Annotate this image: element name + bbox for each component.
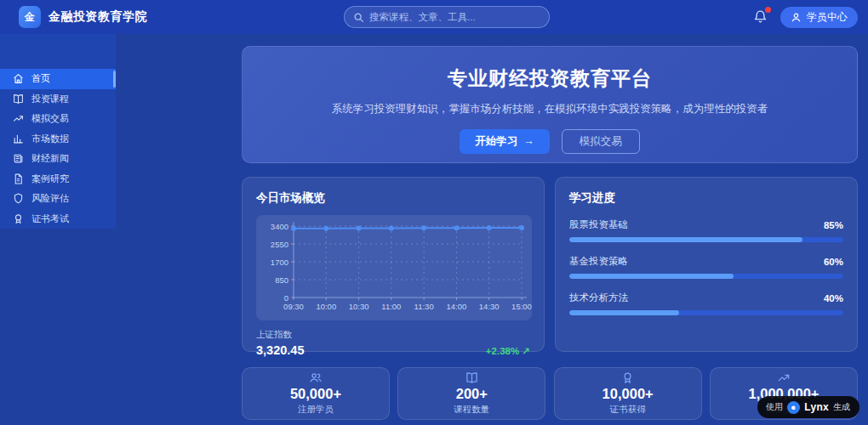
home-icon xyxy=(13,73,24,84)
index-name: 上证指数 xyxy=(256,329,304,341)
stat-label: 课程数量 xyxy=(454,404,489,416)
badge-prefix: 使用 xyxy=(766,401,783,413)
trending-up-icon xyxy=(13,113,24,124)
svg-text:14:00: 14:00 xyxy=(447,302,467,311)
progress-item: 股票投资基础 85% xyxy=(569,218,843,242)
stat-card-certificates: 10,000+ 证书获得 xyxy=(554,367,702,420)
sidebar-item-certificate[interactable]: 证书考试 xyxy=(0,209,116,230)
svg-text:14:30: 14:30 xyxy=(479,302,500,311)
top-header: 金 金融投资教育学院 xyxy=(0,0,868,34)
logo-glyph: 金 xyxy=(25,10,35,25)
lynx-generated-badge: 使用 Lynx 生成 xyxy=(757,396,859,418)
shield-icon xyxy=(13,193,24,204)
progress-track xyxy=(569,274,843,279)
svg-text:11:30: 11:30 xyxy=(414,302,434,311)
badge-brand: Lynx xyxy=(804,401,829,413)
progress-label: 技术分析方法 xyxy=(569,292,628,304)
change-percent: +2.38% xyxy=(486,346,519,356)
app-logo: 金 xyxy=(19,6,41,28)
start-learning-button[interactable]: 开始学习 → xyxy=(460,129,550,154)
sidebar-item-home[interactable]: 首页 xyxy=(0,69,116,89)
stat-label: 证书获得 xyxy=(610,404,646,416)
users-icon xyxy=(309,371,323,384)
notification-dot xyxy=(765,7,771,13)
svg-text:3400: 3400 xyxy=(271,222,288,231)
sidebar-item-label: 案例研究 xyxy=(31,173,69,185)
sidebar-item-risk[interactable]: 风险评估 xyxy=(0,189,116,209)
sidebar-item-market-data[interactable]: 市场数据 xyxy=(0,129,116,150)
progress-percent: 40% xyxy=(824,293,843,303)
app-root: 金 金融投资教育学院 xyxy=(0,0,868,425)
progress-label: 股票投资基础 xyxy=(569,218,628,231)
svg-text:15:00: 15:00 xyxy=(511,302,532,311)
sim-trading-label: 模拟交易 xyxy=(580,134,622,149)
progress-fill xyxy=(569,274,734,279)
sidebar-item-label: 投资课程 xyxy=(31,93,69,105)
award-icon xyxy=(621,371,634,384)
stat-card-students: 50,000+ 注册学员 xyxy=(242,367,390,420)
badge-suffix: 生成 xyxy=(833,401,850,413)
book-icon xyxy=(13,94,24,105)
svg-text:10:30: 10:30 xyxy=(349,302,369,311)
stat-value: 200+ xyxy=(456,386,488,402)
svg-text:10:00: 10:00 xyxy=(316,302,336,311)
progress-label: 基金投资策略 xyxy=(569,255,628,268)
svg-text:09:30: 09:30 xyxy=(283,302,304,311)
user-center-label: 学员中心 xyxy=(807,10,848,25)
search-icon xyxy=(353,12,364,23)
sidebar-item-case-studies[interactable]: 案例研究 xyxy=(0,169,116,190)
sidebar-item-label: 财经新闻 xyxy=(31,152,69,165)
sidebar-item-courses[interactable]: 投资课程 xyxy=(0,89,116,110)
svg-text:2550: 2550 xyxy=(271,240,288,249)
arrow-right-icon: → xyxy=(523,135,534,147)
progress-fill xyxy=(569,310,679,315)
hero-subtitle: 系统学习投资理财知识，掌握市场分析技能，在模拟环境中实践投资策略，成为理性的投资… xyxy=(307,100,792,118)
learning-progress-card: 学习进度 股票投资基础 85% 基金投资策略 60% xyxy=(555,177,858,352)
index-value: 3,320.45 xyxy=(256,343,304,357)
file-text-icon xyxy=(13,173,24,184)
market-card-title: 今日市场概览 xyxy=(256,190,530,206)
hero-title: 专业财经投资教育平台 xyxy=(448,65,652,92)
progress-item: 技术分析方法 40% xyxy=(569,292,843,315)
newspaper-icon xyxy=(13,153,24,164)
progress-card-title: 学习进度 xyxy=(569,190,843,206)
stat-label: 注册学员 xyxy=(298,404,334,416)
sidebar-item-label: 模拟交易 xyxy=(31,112,69,125)
sidebar-item-news[interactable]: 财经新闻 xyxy=(0,149,116,169)
progress-percent: 60% xyxy=(824,257,843,267)
book-icon xyxy=(465,371,478,384)
progress-fill xyxy=(569,237,802,242)
sidebar-item-label: 证书考试 xyxy=(31,212,69,225)
svg-text:0: 0 xyxy=(284,293,288,303)
lynx-logo-icon xyxy=(787,401,800,414)
trending-up-icon xyxy=(777,371,791,384)
user-icon xyxy=(791,12,802,23)
svg-text:1700: 1700 xyxy=(271,258,288,267)
index-change: +2.38% ↗ xyxy=(486,345,530,357)
progress-track xyxy=(569,310,843,315)
market-line-chart: 085017002550340009:3010:0010:3011:0011:3… xyxy=(256,215,532,320)
progress-item: 基金投资策略 60% xyxy=(569,255,843,279)
sim-trading-button[interactable]: 模拟交易 xyxy=(562,129,640,154)
award-icon xyxy=(13,213,24,224)
progress-percent: 85% xyxy=(824,220,843,230)
sidebar-item-label: 风险评估 xyxy=(31,192,69,205)
user-center-button[interactable]: 学员中心 xyxy=(780,7,858,28)
app-title: 金融投资教育学院 xyxy=(49,9,147,25)
stat-value: 50,000+ xyxy=(290,386,341,402)
change-arrow-icon: ↗ xyxy=(522,346,530,356)
stat-card-courses: 200+ 课程数量 xyxy=(397,367,545,420)
svg-text:11:00: 11:00 xyxy=(381,302,401,311)
market-chart-panel: 085017002550340009:3010:0010:3011:0011:3… xyxy=(256,215,532,320)
start-learning-label: 开始学习 xyxy=(475,134,517,149)
sidebar-item-sim-trading[interactable]: 模拟交易 xyxy=(0,109,116,129)
stat-value: 10,000+ xyxy=(602,386,654,402)
sidebar-nav: 首页 投资课程 模拟交易 市场数据 xyxy=(0,34,116,229)
bar-chart-icon xyxy=(13,133,24,144)
notification-bell-icon[interactable] xyxy=(753,9,768,25)
global-search[interactable] xyxy=(344,6,550,28)
search-input[interactable] xyxy=(369,12,540,22)
sidebar-item-label: 首页 xyxy=(31,72,50,85)
sidebar-item-label: 市场数据 xyxy=(31,133,69,145)
svg-text:850: 850 xyxy=(275,275,288,285)
